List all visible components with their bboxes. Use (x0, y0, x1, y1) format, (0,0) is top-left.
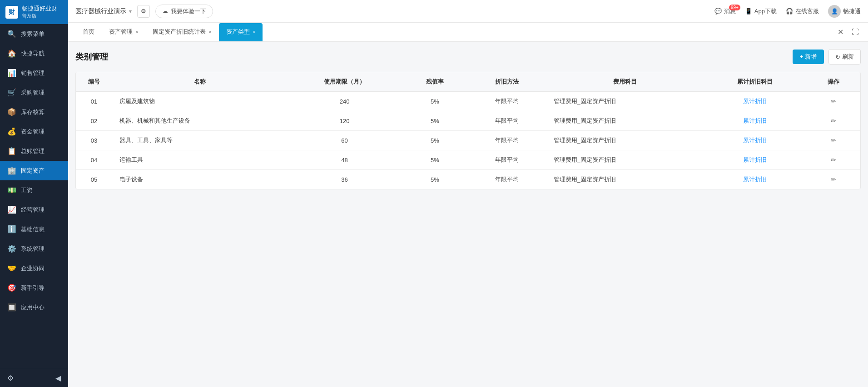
service-action[interactable]: 🎧 在线客服 (786, 7, 819, 15)
cell-operation[interactable]: ✏ (806, 111, 860, 131)
cell-name: 电子设备 (112, 170, 287, 189)
cell-id: 03 (76, 131, 112, 150)
cell-cost-acct: 管理费用_固定资产折旧 (546, 131, 704, 150)
col-cost-acct: 费用科目 (546, 72, 704, 92)
cell-name: 机器、机械和其他生产设备 (112, 111, 287, 131)
sidebar-item-system[interactable]: ⚙️ 系统管理 (0, 239, 68, 258)
tab-close-asset-type[interactable]: × (253, 29, 255, 35)
sidebar-item-sales[interactable]: 📊 销售管理 (0, 63, 68, 83)
module-selector[interactable]: 医疗器械行业演示 ▾ (75, 7, 132, 15)
sidebar-item-purchase[interactable]: 🛒 采购管理 (0, 83, 68, 102)
cell-name: 房屋及建筑物 (112, 92, 287, 111)
data-table: 编号 名称 使用期限（月） 残值率 折旧方法 费用科目 累计折旧科目 操作 01… (75, 72, 861, 189)
edit-icon[interactable]: ✏ (831, 176, 836, 183)
sidebar-nav: 🔍 搜索菜单 🏠 快捷导航 📊 销售管理 🛒 采购管理 📦 库存核算 💰 资金管… (0, 24, 68, 369)
search-icon: 🔍 (7, 30, 16, 38)
cell-months: 48 (287, 150, 402, 170)
cell-operation[interactable]: ✏ (806, 131, 860, 150)
cell-residual: 5% (402, 170, 468, 189)
cell-accum-acct: 累计折旧 (704, 131, 807, 150)
cell-residual: 5% (402, 150, 468, 170)
cell-residual: 5% (402, 131, 468, 150)
cell-residual: 5% (402, 92, 468, 111)
cell-id: 01 (76, 92, 112, 111)
sidebar-item-ledger[interactable]: 📋 总账管理 (0, 141, 68, 161)
refresh-icon: ↻ (835, 54, 840, 60)
cell-id: 04 (76, 150, 112, 170)
apps-icon: 🔲 (7, 303, 16, 312)
content-area: 类别管理 + 新增 ↻ 刷新 编号 名称 使用期限（月） 残值率 折旧方法 (68, 42, 868, 387)
guide-icon: 🎯 (7, 283, 16, 292)
dropdown-icon: ▾ (129, 8, 132, 15)
cell-accum-acct: 累计折旧 (704, 111, 807, 131)
edit-icon[interactable]: ✏ (831, 137, 836, 144)
payroll-icon: 💵 (7, 186, 16, 194)
logo-icon: 财 (5, 6, 18, 19)
tab-fixed-stat[interactable]: 固定资产折旧统计表 × (145, 23, 218, 41)
collapse-icon[interactable]: ◀ (55, 374, 61, 382)
sidebar-item-inventory[interactable]: 📦 库存核算 (0, 102, 68, 122)
app-download-action[interactable]: 📱 App下载 (745, 7, 777, 15)
cell-cost-acct: 管理费用_固定资产折旧 (546, 150, 704, 170)
chart-icon: 📊 (7, 69, 16, 77)
cell-operation[interactable]: ✏ (806, 150, 860, 170)
message-action[interactable]: 💬 消息 99+ (714, 7, 736, 15)
cell-id: 05 (76, 170, 112, 189)
sidebar-item-capital[interactable]: 💰 资金管理 (0, 122, 68, 141)
edit-icon[interactable]: ✏ (831, 156, 836, 164)
sidebar-footer: ⚙ ◀ (0, 369, 68, 387)
cell-accum-acct: 累计折旧 (704, 92, 807, 111)
sidebar-item-payroll[interactable]: 💵 工资 (0, 180, 68, 200)
refresh-button[interactable]: ↻ 刷新 (828, 49, 861, 64)
cell-method: 年限平均 (468, 170, 546, 189)
sidebar-item-operations[interactable]: 📈 经营管理 (0, 200, 68, 219)
user-action[interactable]: 👤 畅捷通 (828, 5, 861, 18)
sidebar-item-quicknav[interactable]: 🏠 快捷导航 (0, 44, 68, 63)
sidebar-item-collab[interactable]: 🤝 企业协同 (0, 258, 68, 278)
tab-asset-mgmt[interactable]: 资产管理 × (102, 23, 145, 41)
sidebar-item-search[interactable]: 🔍 搜索菜单 (0, 24, 68, 44)
tab-close-fixed-stat[interactable]: × (208, 29, 211, 35)
tab-close-asset-mgmt[interactable]: × (135, 29, 138, 35)
cell-method: 年限平均 (468, 131, 546, 150)
cell-months: 120 (287, 111, 402, 131)
cell-method: 年限平均 (468, 92, 546, 111)
new-button[interactable]: + 新增 (793, 50, 824, 64)
cloud-icon: ☁ (162, 8, 168, 15)
experience-button[interactable]: ☁ 我要体验一下 (155, 5, 213, 18)
ops-icon: 📈 (7, 205, 16, 214)
cell-accum-acct: 累计折旧 (704, 150, 807, 170)
cell-cost-acct: 管理费用_固定资产折旧 (546, 92, 704, 111)
sidebar-header: 财 畅捷通好业财 普及版 (0, 0, 68, 24)
headset-icon: 🎧 (786, 8, 793, 15)
col-name: 名称 (112, 72, 287, 92)
col-months: 使用期限（月） (287, 72, 402, 92)
phone-icon: 📱 (745, 8, 752, 15)
col-residual: 残值率 (402, 72, 468, 92)
tab-close-window[interactable]: ✕ (836, 26, 845, 38)
table-row: 05 电子设备 36 5% 年限平均 管理费用_固定资产折旧 累计折旧 ✏ (76, 170, 860, 189)
cell-operation[interactable]: ✏ (806, 170, 860, 189)
edit-icon[interactable]: ✏ (831, 98, 836, 105)
settings-icon: ⚙️ (7, 244, 16, 253)
tab-asset-type[interactable]: 资产类型 × (219, 23, 263, 41)
cell-name: 器具、工具、家具等 (112, 131, 287, 150)
sidebar-item-apps[interactable]: 🔲 应用中心 (0, 298, 68, 317)
message-icon: 💬 (714, 8, 722, 15)
col-id: 编号 (76, 72, 112, 92)
cell-cost-acct: 管理费用_固定资产折旧 (546, 170, 704, 189)
tab-fullscreen[interactable]: ⛶ (850, 26, 861, 38)
ledger-icon: 📋 (7, 147, 16, 155)
edit-icon[interactable]: ✏ (831, 117, 836, 124)
cell-residual: 5% (402, 111, 468, 131)
settings-footer-icon[interactable]: ⚙ (7, 374, 14, 382)
sidebar-item-basic[interactable]: ℹ️ 基础信息 (0, 219, 68, 239)
cell-method: 年限平均 (468, 111, 546, 131)
tab-bar-right: ✕ ⛶ (836, 26, 861, 38)
col-action: 操作 (806, 72, 860, 92)
tab-home[interactable]: 首页 (75, 23, 102, 41)
sidebar-item-guide[interactable]: 🎯 新手引导 (0, 278, 68, 298)
gear-button[interactable]: ⚙ (137, 5, 150, 18)
cell-operation[interactable]: ✏ (806, 92, 860, 111)
sidebar-item-fixed[interactable]: 🏢 固定资产 (0, 161, 68, 180)
